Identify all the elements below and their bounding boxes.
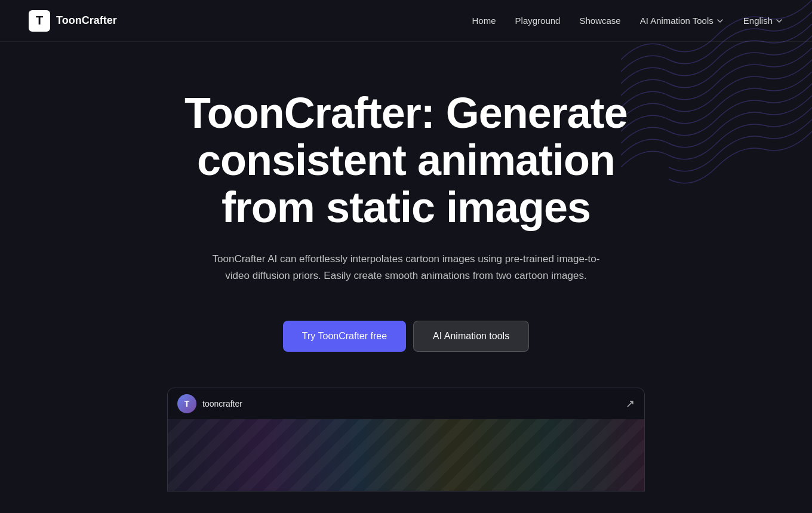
nav-language-dropdown[interactable]: English bbox=[743, 16, 783, 26]
chevron-down-icon-lang bbox=[775, 17, 783, 25]
try-free-button[interactable]: Try ToonCrafter free bbox=[283, 321, 406, 352]
hero-title: ToonCrafter: Generate consistent animati… bbox=[167, 90, 645, 232]
hero-buttons: Try ToonCrafter free AI Animation tools bbox=[283, 321, 529, 352]
nav-playground[interactable]: Playground bbox=[515, 16, 561, 26]
nav-links: Home Playground Showcase AI Animation To… bbox=[472, 16, 783, 26]
video-channel-name: tooncrafter bbox=[202, 399, 242, 408]
logo-link[interactable]: T ToonCrafter bbox=[29, 10, 117, 32]
video-strip: T tooncrafter ↗ bbox=[167, 388, 645, 492]
chevron-down-icon bbox=[716, 17, 724, 25]
share-icon[interactable]: ↗ bbox=[626, 397, 635, 410]
logo-icon: T bbox=[29, 10, 50, 32]
logo-text: ToonCrafter bbox=[56, 14, 117, 27]
hero-subtitle: ToonCrafter AI can effortlessly interpol… bbox=[209, 251, 603, 285]
ai-tools-button[interactable]: AI Animation tools bbox=[413, 321, 529, 352]
hero-section: ToonCrafter: Generate consistent animati… bbox=[0, 42, 812, 513]
video-stripe-decoration bbox=[168, 419, 644, 491]
nav-home[interactable]: Home bbox=[472, 16, 496, 26]
nav-language-label: English bbox=[743, 16, 773, 26]
video-content bbox=[168, 419, 644, 491]
navbar: T ToonCrafter Home Playground Showcase A… bbox=[0, 0, 812, 42]
nav-showcase[interactable]: Showcase bbox=[579, 16, 620, 26]
nav-ai-tools-label: AI Animation Tools bbox=[640, 16, 713, 26]
video-channel-info: T tooncrafter bbox=[177, 394, 242, 413]
video-top-bar: T tooncrafter ↗ bbox=[168, 388, 644, 419]
nav-ai-tools-dropdown[interactable]: AI Animation Tools bbox=[640, 16, 724, 26]
video-avatar: T bbox=[177, 394, 196, 413]
